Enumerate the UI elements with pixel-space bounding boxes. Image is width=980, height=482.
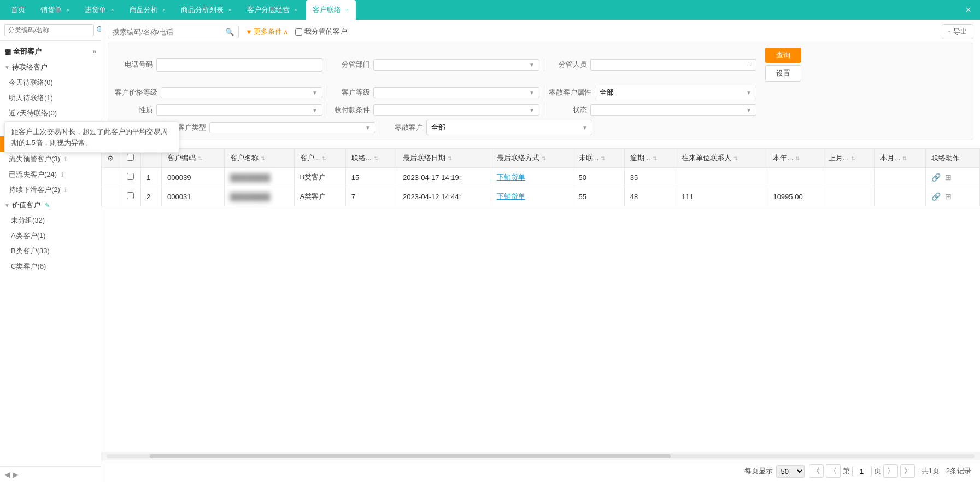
sidebar-search-input[interactable] (4, 24, 94, 36)
search-input[interactable] (113, 28, 223, 36)
horizontal-scrollbar[interactable] (101, 452, 980, 460)
tab-product-analysis-close[interactable]: × (162, 7, 166, 13)
tab-product-analysis[interactable]: 商品分析 × (123, 0, 172, 20)
sidebar-item-tomorrow[interactable]: 明天待联络(1) (0, 90, 101, 106)
select-all-checkbox[interactable] (127, 154, 134, 161)
col-last-month[interactable]: 上月... ⇅ (823, 149, 874, 168)
row1-index: 1 (141, 168, 162, 187)
sidebar-item-today[interactable]: 今天待联络(0) (0, 75, 101, 90)
col-last-method[interactable]: 最后联络方式 ⇅ (491, 149, 573, 168)
col-category-sort[interactable]: ⇅ (322, 155, 326, 161)
sidebar-all-customers[interactable]: ▦ 全部客户 » (0, 43, 101, 60)
tab-purchase-close[interactable]: × (110, 7, 114, 13)
my-customers-checkbox[interactable] (295, 28, 302, 36)
sidebar-search-icon[interactable]: 🔍 (96, 26, 101, 34)
sidebar-group-value[interactable]: ▼ 价值客户 ✎ (0, 198, 101, 213)
tab-customer-tier-close[interactable]: × (294, 7, 297, 13)
row1-checkbox[interactable] (121, 168, 141, 187)
col-company-contacts-sort[interactable]: ⇅ (733, 155, 738, 161)
export-button[interactable]: ↑ 导出 (942, 24, 974, 39)
row2-method-link[interactable]: 下销货单 (497, 192, 525, 200)
price-grade-select[interactable]: ▼ (161, 87, 322, 98)
row2-link-icon[interactable]: 🔗 (931, 192, 941, 201)
per-page-select[interactable]: 50 20 100 (776, 465, 805, 478)
sidebar-item-loss-warning[interactable]: 流失预警客户(3) ℹ (0, 152, 101, 167)
tab-customer-tier[interactable]: 客户分层经营 × (240, 0, 304, 20)
col-this-month[interactable]: 本月... ⇅ (875, 149, 926, 168)
status-select[interactable]: ▼ (590, 104, 756, 116)
table-area[interactable]: ⚙ 客户编码 ⇅ (101, 148, 980, 452)
query-button[interactable]: 查询 (765, 48, 801, 63)
phone-input[interactable] (156, 58, 322, 72)
col-category[interactable]: 客户... ⇅ (294, 149, 345, 168)
sidebar-item-lost[interactable]: 已流失客户(24) ℹ (0, 167, 101, 182)
retail-attr-select[interactable]: 全部 ▼ (595, 85, 756, 100)
row2-grid-icon[interactable]: ⊞ (945, 192, 952, 201)
col-code-sort[interactable]: ⇅ (198, 155, 202, 161)
tab-customer-contact[interactable]: 客户联络 × (306, 0, 355, 20)
sidebar-item-b-class[interactable]: B类客户(33) (0, 243, 101, 259)
scrollbar-thumb[interactable] (150, 454, 671, 458)
col-last-date-sort[interactable]: ⇅ (448, 155, 452, 161)
my-customers-checkbox-area[interactable]: 我分管的客户 (295, 27, 347, 37)
prev-page-button[interactable]: 〈 (826, 464, 841, 478)
row2-select[interactable] (127, 192, 134, 199)
settings-button[interactable]: 设置 (765, 65, 801, 82)
window-close-button[interactable]: × (961, 2, 976, 18)
sidebar-item-c-class[interactable]: C类客户(6) (0, 259, 101, 274)
tab-purchase[interactable]: 进货单 × (78, 0, 120, 20)
row1-select[interactable] (127, 173, 134, 180)
col-overdue-sort[interactable]: ⇅ (653, 155, 657, 161)
col-this-month-sort[interactable]: ⇅ (902, 155, 907, 161)
sidebar-item-7days[interactable]: 近7天待联络(0) (0, 106, 101, 121)
col-contact[interactable]: 联络... ⇅ (345, 149, 397, 168)
dept-select[interactable]: ▼ (373, 59, 539, 71)
row1-method-link[interactable]: 下销货单 (497, 173, 525, 181)
row1-last-method[interactable]: 下销货单 (491, 168, 573, 187)
page-number-input[interactable] (852, 466, 872, 477)
col-unread[interactable]: 未联... ⇅ (573, 149, 624, 168)
sidebar-nav-right[interactable]: ▶ (13, 470, 19, 479)
sidebar-nav-left[interactable]: ◀ (4, 470, 10, 479)
col-overdue[interactable]: 逾期... ⇅ (624, 149, 676, 168)
col-last-method-sort[interactable]: ⇅ (542, 155, 546, 161)
manager-select[interactable]: ··· (590, 59, 756, 71)
tab-home[interactable]: 首页 (4, 0, 32, 20)
row2-last-method[interactable]: 下销货单 (491, 187, 573, 206)
first-page-button[interactable]: 《 (809, 464, 824, 478)
tab-product-list[interactable]: 商品分析列表 × (174, 0, 238, 20)
phone-label: 电话号码 (115, 60, 153, 69)
sidebar-group-pending[interactable]: ▼ 待联络客户 (0, 60, 101, 75)
row1-link-icon[interactable]: 🔗 (931, 173, 941, 182)
search-icon[interactable]: 🔍 (225, 28, 234, 36)
row2-checkbox[interactable] (121, 187, 141, 206)
col-unread-sort[interactable]: ⇅ (601, 155, 605, 161)
customer-type-select[interactable]: ▼ (209, 122, 375, 133)
retail-select[interactable]: 全部 ▼ (426, 120, 592, 135)
more-conditions-button[interactable]: ▼ 更多条件 ∧ (245, 27, 289, 37)
payment-select[interactable]: ▼ (373, 104, 539, 116)
tab-customer-contact-close[interactable]: × (345, 7, 349, 13)
last-page-button[interactable]: 》 (900, 464, 915, 478)
tab-product-list-close[interactable]: × (228, 7, 231, 13)
row1-grid-icon[interactable]: ⊞ (945, 173, 952, 182)
sidebar-item-declining[interactable]: 持续下滑客户(2) ℹ (0, 182, 101, 198)
col-last-month-sort[interactable]: ⇅ (851, 155, 855, 161)
settings-icon[interactable]: ⚙ (107, 154, 114, 162)
customer-grade-select[interactable]: ▼ (373, 87, 539, 98)
sidebar-item-a-class[interactable]: A类客户(1) (0, 228, 101, 243)
sidebar-item-ungroup[interactable]: 未分组(32) (0, 213, 101, 228)
col-last-date[interactable]: 最后联络日期 ⇅ (397, 149, 491, 168)
col-name-sort[interactable]: ⇅ (261, 155, 265, 161)
col-this-year-sort[interactable]: ⇅ (795, 155, 800, 161)
collapse-icon[interactable]: » (92, 48, 96, 55)
next-page-button[interactable]: 〉 (883, 464, 898, 478)
col-contact-sort[interactable]: ⇅ (374, 155, 378, 161)
col-this-year[interactable]: 本年... ⇅ (767, 149, 823, 168)
tab-sales-close[interactable]: × (66, 7, 69, 13)
col-company-contacts[interactable]: 往来单位联系人 ⇅ (676, 149, 767, 168)
gender-select[interactable]: ▼ (156, 104, 322, 116)
col-name[interactable]: 客户名称 ⇅ (224, 149, 294, 168)
tab-sales[interactable]: 销货单 × (34, 0, 76, 20)
edit-group-icon[interactable]: ✎ (45, 202, 50, 209)
